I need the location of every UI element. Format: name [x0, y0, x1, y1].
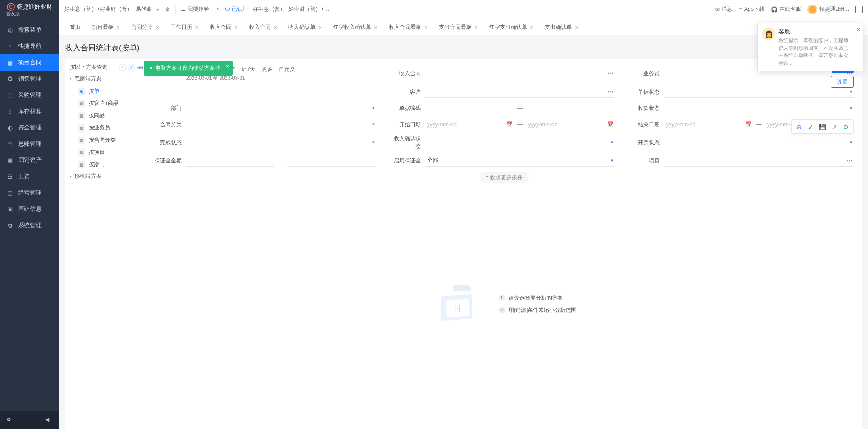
date-preset[interactable]: 近7天: [240, 65, 257, 74]
messages-link[interactable]: ✉消息: [715, 5, 732, 13]
product-crumb-secondary[interactable]: 好生意（普）+好业财（普）+…: [253, 5, 330, 13]
picker-icon[interactable]: ⋯: [847, 157, 853, 164]
chevron-down-icon[interactable]: ▾: [850, 139, 853, 145]
tab[interactable]: 支出合同看板✕: [434, 19, 484, 35]
sidebar-item[interactable]: ☲工资: [0, 168, 59, 185]
tab[interactable]: 合同分类✕: [126, 19, 165, 35]
tab-close-icon[interactable]: ✕: [424, 25, 428, 30]
tab[interactable]: 支出确认单✕: [539, 19, 584, 35]
calendar-icon[interactable]: 📅: [506, 121, 513, 127]
tip-close-icon[interactable]: ×: [226, 63, 229, 70]
sidebar-item[interactable]: ▤总账管理: [0, 136, 59, 152]
income-confirm-status-select[interactable]: ▾: [425, 137, 615, 148]
department-select[interactable]: ▾: [186, 102, 376, 114]
tab-close-icon[interactable]: ✕: [116, 25, 120, 30]
chevron-down-icon[interactable]: ▾: [372, 139, 375, 145]
experience-chip[interactable]: ☁我要体验一下: [180, 5, 220, 13]
tool-export-icon[interactable]: ↗: [829, 122, 840, 132]
scheme-group[interactable]: ▸移动端方案: [70, 172, 142, 180]
project-input[interactable]: ⋯: [664, 155, 854, 167]
bill-status-select[interactable]: ▾: [664, 86, 854, 98]
scheme-leaf[interactable]: ▦按合同分类: [70, 134, 142, 146]
margin-amount-to-input[interactable]: [287, 155, 375, 167]
tab[interactable]: 收入合同看板✕: [383, 19, 434, 35]
margin-amount-from-input[interactable]: [186, 155, 274, 167]
tab-close-icon[interactable]: ✕: [474, 25, 478, 30]
tool-settings-icon[interactable]: ⚙: [840, 122, 851, 132]
tab[interactable]: 红字收入确认单✕: [328, 19, 383, 35]
invoice-status-select[interactable]: ▾: [664, 137, 854, 148]
verified-chip[interactable]: 🛡已认证: [225, 5, 248, 13]
tool-zoom-icon[interactable]: ⊕: [793, 122, 804, 132]
sidebar-item[interactable]: ⬚采购管理: [0, 87, 59, 103]
chevron-down-icon[interactable]: ▾: [611, 157, 613, 163]
sidebar-item[interactable]: ▤项目合同: [0, 54, 59, 71]
settings-button[interactable]: 设置: [831, 76, 854, 88]
scheme-leaf[interactable]: ◉按单: [70, 85, 142, 97]
start-date-to-input[interactable]: 📅: [526, 119, 614, 130]
bill-code-to-input[interactable]: [526, 102, 614, 114]
chevron-down-icon[interactable]: ▾: [850, 105, 853, 111]
tab-close-icon[interactable]: ✕: [374, 25, 377, 30]
tab[interactable]: 收入合同✕: [204, 19, 244, 35]
tab[interactable]: 工作日历✕: [165, 19, 204, 35]
scheme-leaf[interactable]: ▦按部门: [70, 158, 142, 171]
scheme-leaf[interactable]: ▦按项目: [70, 146, 142, 158]
scheme-leaf[interactable]: ▦按客户+商品: [70, 97, 142, 110]
collapse-more-button[interactable]: ˄ 收起更多条件: [480, 172, 529, 183]
complete-status-select[interactable]: ▾: [186, 137, 376, 148]
user-menu[interactable]: 畅捷通B组...: [807, 5, 849, 14]
tab[interactable]: 红字支出确认单✕: [484, 19, 539, 35]
fullscreen-icon[interactable]: [855, 6, 863, 13]
tab-close-icon[interactable]: ✕: [318, 25, 322, 30]
receipt-status-select[interactable]: ▾: [664, 102, 854, 114]
sidebar-item[interactable]: ⌂库存核算: [0, 103, 59, 119]
scheme-leaf[interactable]: ▦按商品: [70, 110, 142, 122]
customer-input[interactable]: ⋯: [425, 86, 615, 98]
calendar-icon[interactable]: 📅: [745, 121, 752, 127]
margin-enabled-select[interactable]: 全部▾: [425, 155, 615, 167]
tab-close-icon[interactable]: ✕: [575, 25, 578, 30]
scheme-target-button[interactable]: ◎: [128, 64, 135, 71]
settings-icon[interactable]: ⚙: [6, 416, 14, 424]
tab[interactable]: 收入合同✕: [244, 19, 283, 35]
chevron-down-icon[interactable]: ▾: [372, 121, 375, 127]
app-download-link[interactable]: □App下载: [739, 5, 764, 13]
chevron-down-icon[interactable]: ▾: [611, 139, 613, 145]
chevron-down-icon[interactable]: ▾: [372, 105, 375, 111]
bill-code-from-input[interactable]: [425, 102, 514, 114]
tab-close-icon[interactable]: ✕: [234, 25, 238, 30]
add-scheme-button[interactable]: +: [119, 64, 126, 71]
tab-close-icon[interactable]: ✕: [530, 25, 533, 30]
collapse-sidebar-icon[interactable]: ◀: [45, 416, 52, 424]
tool-save-icon[interactable]: 💾: [817, 122, 828, 132]
chevron-down-icon[interactable]: ▾: [850, 89, 853, 95]
picker-icon[interactable]: ⋯: [608, 70, 613, 76]
online-service-link[interactable]: 🎧在线客服: [771, 5, 801, 13]
gear-icon[interactable]: ⚙: [164, 6, 171, 13]
picker-icon[interactable]: ⋯: [608, 89, 613, 95]
tab-close-icon[interactable]: ✕: [274, 25, 277, 30]
sidebar-item[interactable]: ▣基础信息: [0, 201, 59, 217]
income-contract-input[interactable]: ⋯: [425, 67, 615, 79]
scheme-group[interactable]: ▾电脑端方案: [70, 75, 142, 82]
sidebar-item[interactable]: ⌂快捷导航: [0, 38, 59, 54]
tab[interactable]: 收入确认单✕: [283, 19, 328, 35]
contract-class-select[interactable]: ▾: [186, 119, 376, 130]
sidebar-item[interactable]: ✿系统管理: [0, 217, 59, 234]
product-crumb[interactable]: 好生意（普）+好业财（普）+易代账: [64, 5, 152, 13]
scheme-leaf[interactable]: ▦按业务员: [70, 122, 142, 134]
tab-close-icon[interactable]: ✕: [156, 25, 159, 30]
chevron-down-icon[interactable]: ▾: [156, 6, 159, 13]
tab-close-icon[interactable]: ✕: [195, 25, 198, 30]
tab[interactable]: 项目看板✕: [86, 19, 126, 35]
sidebar-item[interactable]: ▦固定资产: [0, 152, 59, 168]
sidebar-item[interactable]: ◐资金管理: [0, 119, 59, 136]
calendar-icon[interactable]: 📅: [607, 121, 613, 127]
end-date-from-input[interactable]: 📅: [664, 119, 752, 130]
date-preset[interactable]: 自定义: [277, 65, 297, 74]
sidebar-item[interactable]: ◎搜索菜单: [0, 22, 59, 38]
cs-popup-close-icon[interactable]: ×: [857, 26, 860, 33]
tab[interactable]: 首页: [64, 19, 86, 35]
sidebar-item[interactable]: ◫经营管理: [0, 185, 59, 201]
